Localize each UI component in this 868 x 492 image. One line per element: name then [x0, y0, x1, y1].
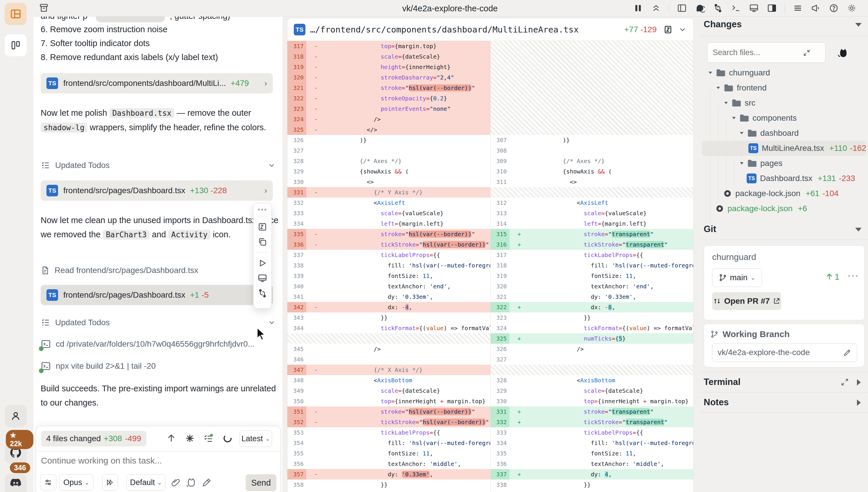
- collapse-changes-icon[interactable]: [855, 23, 862, 27]
- expand-terminal-chevron[interactable]: [857, 379, 861, 386]
- diff-line[interactable]: 336- tickStroke="hsl(var(--border))": [287, 239, 490, 250]
- updated-todos-row[interactable]: Updated Todos: [41, 159, 276, 172]
- copy-icon[interactable]: [255, 235, 270, 249]
- diff-line[interactable]: 322- strokeOpacity={0.2}: [287, 93, 490, 103]
- run-icon[interactable]: [255, 255, 270, 271]
- diff-line[interactable]: 331+ stroke="transparent": [491, 407, 694, 417]
- preview-monitor-icon[interactable]: [255, 271, 270, 286]
- settings-sliders-button[interactable]: [40, 474, 56, 491]
- diff-line[interactable]: 334 left={margin.left}: [287, 218, 490, 229]
- panel-right-icon[interactable]: [767, 3, 777, 13]
- diff-line[interactable]: 347- {/* X Axis */}: [287, 365, 490, 375]
- diff-line[interactable]: 324- />: [287, 114, 490, 124]
- send-button[interactable]: Send: [245, 474, 276, 491]
- diff-line[interactable]: 323- pointerEvents="none": [287, 103, 490, 114]
- tree-item-dashboard[interactable]: dashboard: [700, 126, 868, 141]
- diff-line[interactable]: 317 tickLabelProps={{: [491, 250, 694, 260]
- todo-list-icon[interactable]: [203, 433, 214, 444]
- diff-line[interactable]: 335- stroke="hsl(var(--border))": [287, 229, 490, 239]
- chevron-down-icon[interactable]: [268, 161, 276, 169]
- diff-line[interactable]: 316+ tickStroke="transparent": [491, 239, 694, 250]
- diff-line[interactable]: 338 fill: 'hsl(var(--muted-foreground))'…: [287, 260, 490, 271]
- diff-line[interactable]: 344 tickFormat={(value) => formatValue(v…: [287, 323, 490, 333]
- terminal-icon[interactable]: [731, 3, 741, 13]
- diff-line[interactable]: 336 textAnchor: 'middle',: [491, 459, 694, 469]
- diff-line[interactable]: 307 )}: [491, 135, 694, 145]
- git-compare-icon[interactable]: [713, 3, 723, 13]
- diff-line[interactable]: 329 scale={dateScale}: [491, 386, 694, 396]
- diff-line[interactable]: 330 top={innerHeight + margin.top}: [491, 396, 694, 407]
- diff-line[interactable]: 324 tickFormat={(value) => formatValue(v…: [491, 323, 694, 333]
- file-search[interactable]: [707, 42, 826, 63]
- diff-line[interactable]: 327: [287, 145, 490, 156]
- tree-item-frontend[interactable]: frontend: [700, 80, 868, 95]
- caret-down-icon[interactable]: [739, 161, 745, 166]
- diff-line[interactable]: 338 }}: [491, 479, 694, 490]
- megaphone-icon[interactable]: [811, 3, 821, 13]
- diff-line[interactable]: 333 scale={valueScale}: [287, 208, 490, 218]
- diff-line[interactable]: 356 textAnchor: 'middle',: [287, 459, 490, 469]
- edit-pencil-icon[interactable]: [843, 348, 852, 357]
- diff-line[interactable]: 328 {/* Axes */}: [287, 156, 490, 166]
- pen-icon[interactable]: [200, 476, 212, 489]
- tree-item-src[interactable]: src: [700, 95, 868, 110]
- diff-line[interactable]: 358 }}: [287, 479, 490, 490]
- diff-line[interactable]: 312 <AxisLeft: [491, 198, 694, 208]
- model-dropdown[interactable]: Opus⌄: [59, 474, 93, 491]
- scroll-top-icon[interactable]: [165, 433, 177, 444]
- branch-dropdown[interactable]: main⌄: [712, 268, 762, 287]
- help-icon[interactable]: [828, 3, 839, 13]
- terminal-command-row[interactable]: npx vite build 2>&1 | tail -20: [41, 360, 276, 373]
- diff-line[interactable]: 345 />: [287, 344, 490, 354]
- diff-line[interactable]: 325- </>: [287, 124, 490, 135]
- caret-down-icon[interactable]: [723, 100, 729, 106]
- diff-line[interactable]: 349 scale={dateScale}: [287, 386, 490, 396]
- collapse-up-icon[interactable]: [651, 3, 661, 13]
- file-change-chip[interactable]: TSfrontend/src/pages/Dashboard.tsx+1-5: [41, 285, 273, 305]
- diff-line[interactable]: 315+ stroke="transparent": [491, 229, 694, 239]
- message-input[interactable]: [41, 456, 273, 466]
- diff-line[interactable]: 343 }}: [287, 313, 490, 323]
- preset-dropdown[interactable]: Default⌄: [126, 474, 165, 491]
- discord-button[interactable]: [5, 474, 27, 492]
- monitor-icon[interactable]: [749, 3, 759, 13]
- diff-file-header[interactable]: TS …/frontend/src/components/dashboard/M…: [287, 18, 693, 41]
- attach-icon[interactable]: [169, 476, 182, 489]
- diff-line[interactable]: 332+ tickStroke="transparent": [491, 417, 694, 427]
- read-file-row[interactable]: Read frontend/src/pages/Dashboard.tsx: [41, 264, 276, 277]
- diff-line[interactable]: 317- top={margin.top}: [287, 41, 490, 51]
- chat-icon[interactable]: [695, 3, 705, 13]
- tree-item-package-lock-json[interactable]: package-lock.json+61-104: [700, 186, 868, 201]
- diff-line[interactable]: 329 {showAxis && (: [287, 166, 490, 177]
- diff-line[interactable]: 332 <AxisLeft: [287, 198, 490, 208]
- search-input[interactable]: [713, 48, 803, 57]
- diff-line[interactable]: 342- dx: -4,: [287, 302, 490, 313]
- diff-line[interactable]: 313 scale={valueScale}: [491, 208, 694, 218]
- diff-line[interactable]: 318 fill: 'hsl(var(--muted-foreground))'…: [491, 260, 694, 271]
- caret-down-icon[interactable]: [739, 130, 745, 136]
- expand-terminal-icon[interactable]: [839, 376, 850, 388]
- settings-icon[interactable]: [846, 3, 857, 13]
- expand-notes-chevron[interactable]: [857, 399, 861, 406]
- diff-line[interactable]: 319- height={innerHeight}: [287, 62, 490, 72]
- tree-item-package-lock-json[interactable]: package-lock.json+6: [700, 201, 868, 216]
- diff-line[interactable]: 339 fontSize: 11,: [287, 271, 490, 281]
- diff-line[interactable]: 337+ dy: 4,: [491, 469, 694, 479]
- diff-line[interactable]: 352- tickStroke="hsl(var(--border))": [287, 417, 490, 427]
- file-change-chip[interactable]: TSfrontend/src/pages/Dashboard.tsx+130-2…: [41, 180, 273, 201]
- diff-line[interactable]: 320- strokeDasharray="2,4": [287, 72, 490, 83]
- terminal-command-row[interactable]: cd /private/var/folders/10/h7w0q46556ggr…: [41, 337, 276, 351]
- chevron-down-icon[interactable]: [268, 319, 276, 327]
- account-button[interactable]: [5, 405, 27, 427]
- spark-icon[interactable]: [184, 433, 196, 444]
- open-pr-button[interactable]: Open PR #7: [712, 292, 781, 310]
- diff-line[interactable]: 337 tickLabelProps={{: [287, 250, 490, 260]
- diff-line[interactable]: 314 left={margin.left}: [491, 218, 694, 229]
- diff-line[interactable]: 341 dy: '0.33em',: [287, 292, 490, 302]
- working-branch-field[interactable]: vk/4e2a-explore-the-code: [712, 343, 857, 362]
- diff-line[interactable]: 310 {showAxis && (: [491, 166, 694, 177]
- diff-line[interactable]: 350 top={innerHeight + margin.top}: [287, 396, 490, 407]
- git-compare-icon[interactable]: [255, 286, 270, 301]
- board-view-button[interactable]: [5, 34, 27, 56]
- diff-line[interactable]: 354 fill: 'hsl(var(--muted-foreground))'…: [287, 438, 490, 448]
